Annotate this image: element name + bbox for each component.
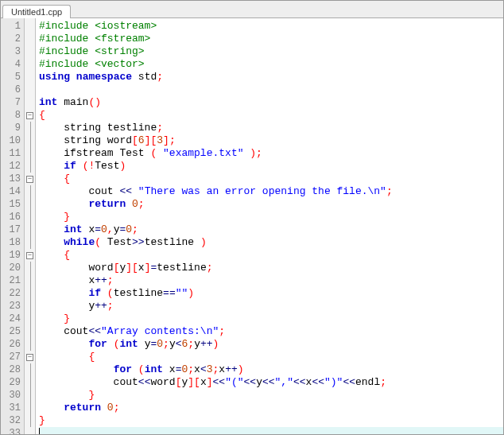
- code-line[interactable]: while( Test>>testline ): [39, 236, 503, 249]
- line-number: 26: [1, 338, 24, 351]
- fold-cell: [25, 223, 35, 236]
- line-number: 3: [1, 45, 24, 58]
- fold-cell: [25, 389, 35, 402]
- line-number: 29: [1, 376, 24, 389]
- line-number: 31: [1, 402, 24, 414]
- fold-cell: [25, 376, 35, 389]
- fold-cell: [25, 198, 35, 211]
- line-number: 24: [1, 313, 24, 325]
- code-line[interactable]: cout<<"Array contents:\n";: [39, 325, 503, 338]
- code-line[interactable]: if (testline==""): [39, 287, 503, 300]
- code-line[interactable]: [39, 427, 503, 435]
- fold-cell: [25, 274, 35, 287]
- code-line[interactable]: #include <fstream>: [39, 33, 503, 45]
- code-line[interactable]: cout<<word[y][x]<<"("<<y<<","<<x<<")"<<e…: [39, 376, 503, 389]
- fold-cell: −: [25, 109, 35, 122]
- line-number: 11: [1, 147, 24, 160]
- line-number: 1: [1, 20, 24, 33]
- code-line[interactable]: }: [39, 389, 503, 402]
- line-number-gutter: 1234567891011121314151617181920212223242…: [1, 18, 25, 434]
- line-number: 18: [1, 236, 24, 249]
- fold-cell: [25, 33, 35, 45]
- line-number: 23: [1, 300, 24, 313]
- code-line[interactable]: for (int x=0;x<3;x++): [39, 363, 503, 376]
- code-line[interactable]: cout << "There was an error opening the …: [39, 185, 503, 198]
- code-line[interactable]: if (!Test): [39, 160, 503, 173]
- fold-cell: [25, 58, 35, 71]
- code-line[interactable]: string testline;: [39, 122, 503, 134]
- code-line[interactable]: }: [39, 211, 503, 223]
- fold-cell: [25, 338, 35, 351]
- line-number: 8: [1, 109, 24, 122]
- line-number: 4: [1, 58, 24, 71]
- line-number: 16: [1, 211, 24, 223]
- tab-bar: Untitled1.cpp: [1, 1, 503, 18]
- fold-cell: [25, 313, 35, 325]
- code-line[interactable]: {: [39, 249, 503, 262]
- fold-cell: [25, 427, 35, 435]
- line-number: 22: [1, 287, 24, 300]
- fold-toggle-icon[interactable]: −: [26, 112, 33, 119]
- file-tab[interactable]: Untitled1.cpp: [2, 5, 71, 18]
- code-line[interactable]: int main(): [39, 96, 503, 109]
- code-line[interactable]: }: [39, 414, 503, 427]
- code-line[interactable]: string word[6][3];: [39, 134, 503, 147]
- fold-cell: [25, 160, 35, 173]
- code-line[interactable]: }: [39, 313, 503, 325]
- line-number: 10: [1, 134, 24, 147]
- code-line[interactable]: #include <string>: [39, 45, 503, 58]
- code-line[interactable]: [39, 84, 503, 96]
- text-caret: [39, 428, 40, 435]
- code-editor[interactable]: 1234567891011121314151617181920212223242…: [1, 18, 503, 434]
- fold-cell: [25, 185, 35, 198]
- fold-cell: −: [25, 173, 35, 185]
- code-line[interactable]: {: [39, 173, 503, 185]
- fold-toggle-icon[interactable]: −: [26, 252, 33, 259]
- line-number: 20: [1, 262, 24, 274]
- code-line[interactable]: #include <iostream>: [39, 20, 503, 33]
- fold-cell: [25, 402, 35, 414]
- code-line[interactable]: #include <vector>: [39, 58, 503, 71]
- code-line[interactable]: for (int y=0;y<6;y++): [39, 338, 503, 351]
- fold-cell: [25, 287, 35, 300]
- fold-cell: [25, 96, 35, 109]
- line-number: 33: [1, 427, 24, 435]
- line-number: 14: [1, 185, 24, 198]
- code-line[interactable]: return 0;: [39, 402, 503, 414]
- fold-toggle-icon[interactable]: −: [26, 176, 33, 183]
- code-line[interactable]: {: [39, 351, 503, 363]
- code-line[interactable]: int x=0,y=0;: [39, 223, 503, 236]
- code-area[interactable]: #include <iostream>#include <fstream>#in…: [36, 18, 503, 434]
- fold-cell: [25, 363, 35, 376]
- line-number: 15: [1, 198, 24, 211]
- fold-cell: [25, 147, 35, 160]
- fold-cell: [25, 300, 35, 313]
- line-number: 19: [1, 249, 24, 262]
- fold-column: −−−−: [25, 18, 36, 434]
- fold-cell: [25, 262, 35, 274]
- code-line[interactable]: return 0;: [39, 198, 503, 211]
- code-line[interactable]: ifstream Test ( "example.txt" );: [39, 147, 503, 160]
- line-number: 12: [1, 160, 24, 173]
- code-line[interactable]: x++;: [39, 274, 503, 287]
- line-number: 30: [1, 389, 24, 402]
- line-number: 25: [1, 325, 24, 338]
- line-number: 7: [1, 96, 24, 109]
- line-number: 28: [1, 363, 24, 376]
- code-line[interactable]: y++;: [39, 300, 503, 313]
- line-number: 32: [1, 414, 24, 427]
- fold-toggle-icon[interactable]: −: [26, 354, 33, 361]
- line-number: 21: [1, 274, 24, 287]
- line-number: 17: [1, 223, 24, 236]
- fold-cell: [25, 325, 35, 338]
- fold-cell: −: [25, 351, 35, 363]
- code-line[interactable]: using namespace std;: [39, 71, 503, 84]
- line-number: 9: [1, 122, 24, 134]
- fold-cell: [25, 20, 35, 33]
- code-line[interactable]: {: [39, 109, 503, 122]
- code-line[interactable]: word[y][x]=testline;: [39, 262, 503, 274]
- line-number: 5: [1, 71, 24, 84]
- fold-cell: [25, 84, 35, 96]
- fold-cell: [25, 414, 35, 427]
- fold-cell: [25, 71, 35, 84]
